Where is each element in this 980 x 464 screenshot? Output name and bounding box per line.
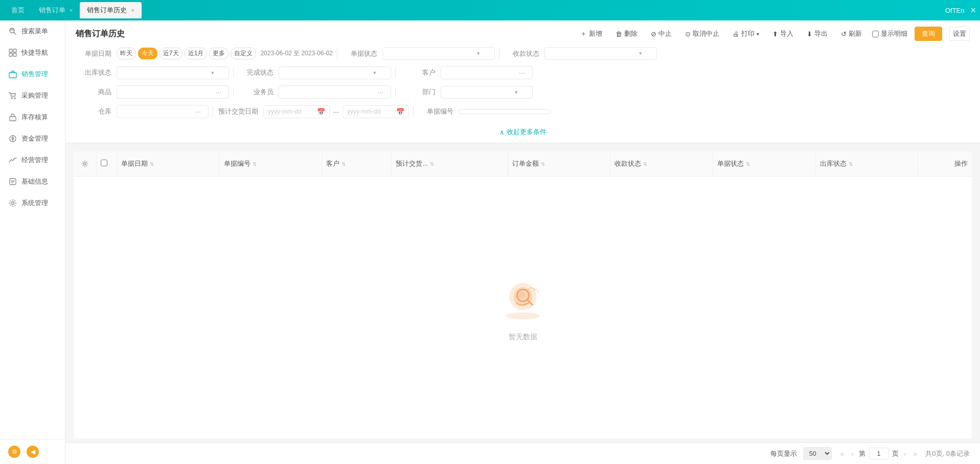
delete-btn[interactable]: 🗑 删除 <box>612 27 641 40</box>
first-page-btn[interactable]: « <box>838 449 846 459</box>
th-operation-label: 操作 <box>954 160 968 167</box>
date-separator: — <box>333 108 339 116</box>
page-nav: « ‹ 第 页 › » <box>838 448 919 459</box>
date-btn-custom[interactable]: 自定义 <box>231 48 256 59</box>
goods-ellipsis[interactable]: ··· <box>212 88 224 96</box>
th-out-status-label: 出库状态 <box>820 159 847 168</box>
import-icon: ⬆ <box>772 30 778 38</box>
th-settings <box>74 151 97 176</box>
sales-icon <box>8 70 17 79</box>
print-btn[interactable]: 🖨 打印 ▾ <box>730 27 762 40</box>
tab-sales-order-history-close[interactable]: × <box>131 7 134 13</box>
th-amount-sort[interactable]: 订单金额 ⇅ <box>512 159 606 168</box>
th-customer-sort-icon: ⇅ <box>341 161 346 167</box>
warehouse-input[interactable]: ··· <box>117 105 209 118</box>
collapse-row[interactable]: ∧ 收起更多条件 <box>76 124 970 139</box>
th-order-no-sort[interactable]: 单据编号 ⇅ <box>224 159 318 168</box>
date-btn-yesterday[interactable]: 昨天 <box>117 48 136 59</box>
page-input[interactable] <box>869 448 889 459</box>
page-header: 销售订单历史 ＋ 新增 🗑 删除 ⊘ 中止 ⊙ <box>65 20 980 143</box>
warehouse-ellipsis[interactable]: ··· <box>192 107 204 116</box>
th-date-sort[interactable]: 单据日期 ⇅ <box>121 159 215 168</box>
receipt-status-select[interactable]: ▾ <box>544 47 657 60</box>
expected-date-to[interactable]: yyyy-mm-dd 📅 <box>343 105 409 118</box>
export-icon: ⬇ <box>807 30 812 38</box>
tab-sales-order[interactable]: 销售订单 × <box>32 2 80 18</box>
date-btns: 昨天 今天 近7天 近1月 更多 自定义 <box>117 48 256 59</box>
sidebar-item-inventory-label: 库存核算 <box>21 113 48 122</box>
display-detail-checkbox[interactable] <box>872 31 879 37</box>
purchase-icon <box>8 91 17 100</box>
tab-home[interactable]: 首页 <box>4 2 32 18</box>
order-no-label: 单据编号 <box>418 107 459 116</box>
out-status-arrow: ▾ <box>211 70 214 76</box>
complete-status-select[interactable]: ▾ <box>279 67 391 79</box>
cancel-stop-btn[interactable]: ⊙ 取消中止 <box>682 27 722 40</box>
tab-sales-order-history[interactable]: 销售订单历史 × <box>80 2 141 18</box>
date-btn-today[interactable]: 今天 <box>138 48 157 59</box>
goods-input[interactable]: ··· <box>117 85 229 99</box>
sidebar-item-inventory[interactable]: 库存核算 <box>0 106 65 128</box>
customer-ellipsis[interactable]: ··· <box>516 69 528 77</box>
delete-btn-label: 删除 <box>624 29 637 38</box>
refresh-btn[interactable]: ↺ 刷新 <box>838 27 865 40</box>
prev-page-btn[interactable]: ‹ <box>849 449 856 459</box>
sidebar-item-operations[interactable]: 经营管理 <box>0 149 65 171</box>
select-all-checkbox[interactable] <box>101 160 107 166</box>
customer-label: 客户 <box>400 68 441 77</box>
svg-point-17 <box>12 202 14 205</box>
window-close-btn[interactable]: × <box>970 5 976 16</box>
inventory-icon <box>8 113 17 122</box>
salesperson-ellipsis[interactable]: ··· <box>374 88 386 96</box>
th-out-status-sort[interactable]: 出库状态 ⇅ <box>820 159 914 168</box>
filter-row-3: 商品 ··· 业务员 ··· 部门 ▾ <box>76 85 970 99</box>
page-word: 第 <box>859 449 865 458</box>
display-detail-checkbox-label[interactable]: 显示明细 <box>872 29 907 38</box>
table-settings-btn[interactable] <box>78 157 92 171</box>
th-amount-label: 订单金额 <box>512 159 539 168</box>
sidebar-item-quick-nav-label: 快捷导航 <box>21 48 48 57</box>
date-range-text: 2023-06-02 至 2023-06-02 <box>260 49 332 58</box>
th-order-status-sort[interactable]: 单据状态 ⇅ <box>717 159 811 168</box>
cancel-stop-icon: ⊙ <box>685 30 691 38</box>
sidebar-item-search-menu[interactable]: 搜索菜单 <box>0 20 65 42</box>
settings-btn-label: 设置 <box>953 29 966 38</box>
sidebar-item-quick-nav[interactable]: 快捷导航 <box>0 42 65 63</box>
cancel-stop-btn-label: 取消中止 <box>693 29 719 38</box>
import-btn[interactable]: ⬆ 导入 <box>769 27 796 40</box>
date-btn-7days[interactable]: 近7天 <box>159 48 183 59</box>
export-btn[interactable]: ⬇ 导出 <box>804 27 831 40</box>
svg-point-9 <box>11 98 12 99</box>
date-btn-more[interactable]: 更多 <box>209 48 229 59</box>
receipt-status-arrow: ▾ <box>639 50 642 57</box>
customer-input[interactable]: ··· <box>441 66 533 79</box>
out-status-select[interactable]: ▾ <box>117 67 229 79</box>
th-receipt-status-sort[interactable]: 收款状态 ⇅ <box>614 159 709 168</box>
per-page-select[interactable]: 10 20 50 100 <box>803 447 832 460</box>
sidebar-item-purchase[interactable]: 采购管理 <box>0 85 65 106</box>
sidebar-item-finance[interactable]: 资金管理 <box>0 128 65 149</box>
sidebar-toggle-btn[interactable]: ◀ <box>27 446 39 458</box>
last-page-btn[interactable]: » <box>911 449 920 459</box>
date-btn-1month[interactable]: 近1月 <box>185 48 208 59</box>
order-status-select[interactable]: ▾ <box>382 47 495 60</box>
sidebar-item-system[interactable]: 系统管理 <box>0 192 65 214</box>
expected-date-from[interactable]: yyyy-mm-dd 📅 <box>263 105 330 118</box>
th-customer-sort[interactable]: 客户 ⇅ <box>326 159 387 168</box>
query-btn[interactable]: 查询 <box>915 27 942 41</box>
export-btn-label: 导出 <box>814 29 828 38</box>
settings-btn-toolbar[interactable]: 设置 <box>949 27 970 41</box>
tab-sales-order-close[interactable]: × <box>70 7 73 13</box>
sidebar-item-sales[interactable]: 销售管理 <box>0 63 65 85</box>
order-no-input[interactable] <box>459 109 551 114</box>
new-btn[interactable]: ＋ 新增 <box>577 27 605 40</box>
svg-rect-8 <box>9 73 16 78</box>
sidebar-item-basic-info[interactable]: 基础信息 <box>0 171 65 192</box>
th-expected-delivery-sort[interactable]: 预计交货... ⇅ <box>396 159 503 168</box>
next-page-btn[interactable]: › <box>902 449 908 459</box>
sidebar-settings-btn[interactable]: ⚙ <box>8 446 20 458</box>
salesperson-input[interactable]: ··· <box>279 85 391 99</box>
stop-btn[interactable]: ⊘ 中止 <box>648 27 675 40</box>
dept-select[interactable]: ▾ <box>441 86 533 99</box>
th-receipt-status: 收款状态 ⇅ <box>610 151 713 176</box>
